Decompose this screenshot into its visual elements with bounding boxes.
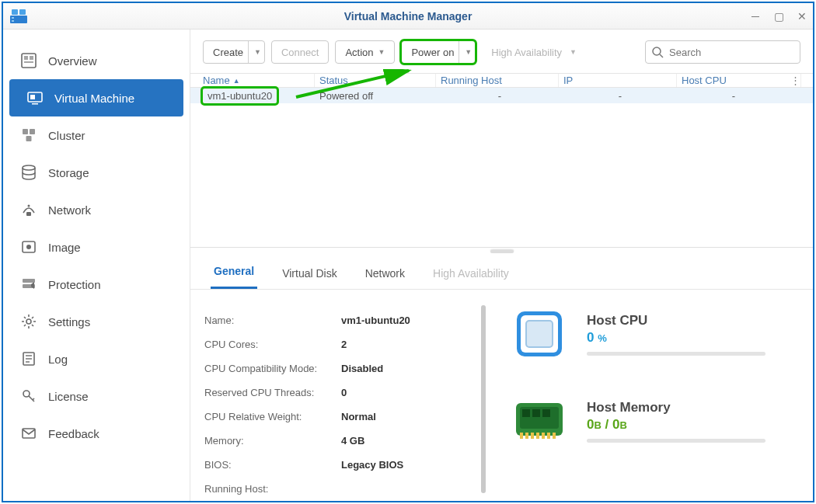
sidebar-label: Storage (48, 166, 89, 179)
svg-rect-36 (522, 409, 530, 417)
prop-rhost-key: Running Host: (204, 483, 341, 495)
chevron-down-icon: ▼ (459, 41, 472, 63)
sidebar-item-storage[interactable]: Storage (3, 154, 190, 191)
vm-rhost-cell: - (436, 90, 559, 102)
stat-host-cpu: Host CPU 0 % (512, 308, 797, 360)
details-panel: General Virtual Disk Network High Availa… (190, 247, 813, 501)
vm-hcpu-cell: - (677, 90, 786, 102)
svg-rect-41 (531, 433, 534, 439)
svg-rect-8 (24, 61, 33, 63)
log-icon (20, 350, 37, 367)
svg-point-22 (26, 319, 31, 324)
stat-cpu-title: Host CPU (587, 313, 765, 328)
gear-icon (20, 313, 37, 330)
svg-point-27 (23, 391, 30, 397)
sidebar-item-feedback[interactable]: Feedback (3, 415, 190, 452)
svg-rect-10 (30, 95, 35, 99)
sidebar-label: Feedback (48, 427, 99, 440)
svg-rect-39 (520, 433, 523, 439)
col-host-cpu[interactable]: Host CPU (677, 74, 786, 87)
prop-rthreads-val: 0 (341, 387, 347, 398)
prop-mem-key: Memory: (204, 435, 341, 447)
svg-rect-16 (26, 212, 31, 216)
svg-rect-4 (12, 20, 14, 22)
svg-rect-38 (542, 409, 550, 417)
sidebar-item-settings[interactable]: Settings (3, 303, 190, 340)
sidebar-label: Settings (48, 315, 90, 328)
svg-rect-11 (32, 103, 38, 105)
svg-rect-14 (26, 136, 32, 141)
vm-status-cell: Powered off (315, 90, 436, 102)
action-button[interactable]: Action▼ (335, 40, 395, 64)
high-availability-button[interactable]: High Availability▼ (482, 40, 586, 64)
sidebar-item-network[interactable]: Network (3, 191, 190, 228)
prop-compat-val: Disabled (341, 363, 383, 374)
prop-rweight-key: CPU Relative Weight: (204, 411, 341, 422)
toolbar: Create▼ Connect Action▼ Power on▼ High A… (190, 30, 813, 73)
col-running-host[interactable]: Running Host (436, 74, 559, 87)
svg-rect-12 (23, 129, 28, 134)
sidebar-item-license[interactable]: License (3, 377, 190, 415)
chevron-down-icon: ▼ (248, 41, 261, 63)
chevron-down-icon: ▼ (378, 48, 385, 56)
storage-icon (20, 164, 37, 181)
stat-cpu-bar (587, 352, 765, 356)
tab-general[interactable]: General (211, 265, 257, 289)
svg-rect-40 (525, 433, 528, 439)
cluster-icon (20, 127, 37, 144)
detail-properties: Name:vm1-ubuntu20 CPU Cores:2 CPU Compat… (190, 290, 486, 501)
prop-mem-val: 4 GB (341, 435, 364, 447)
search-box (645, 40, 800, 64)
tab-high-availability: High Availability (430, 267, 512, 289)
memory-icon (512, 395, 567, 447)
svg-rect-33 (526, 321, 553, 347)
connect-button[interactable]: Connect (271, 40, 329, 64)
sidebar-label: Network (48, 203, 91, 217)
sidebar-item-overview[interactable]: Overview (3, 42, 190, 79)
svg-point-15 (23, 165, 35, 170)
sidebar-label: Protection (48, 278, 101, 291)
stat-mem-bar (587, 439, 765, 443)
power-on-button[interactable]: Power on▼ (401, 40, 476, 64)
vm-icon (26, 89, 44, 106)
svg-rect-20 (23, 279, 35, 283)
sidebar-item-log[interactable]: Log (3, 340, 190, 377)
sidebar-item-protection[interactable]: Protection (3, 266, 190, 303)
envelope-icon (20, 425, 37, 442)
window-title: Virtual Machine Manager (344, 10, 473, 23)
stat-host-memory: Host Memory 0B / 0B (512, 395, 797, 447)
cpu-icon (512, 308, 567, 360)
search-input[interactable] (645, 40, 800, 64)
sidebar-item-cluster[interactable]: Cluster (3, 116, 190, 154)
tab-network[interactable]: Network (362, 267, 408, 289)
prop-rweight-val: Normal (341, 411, 376, 422)
svg-rect-45 (553, 433, 556, 439)
svg-rect-6 (24, 56, 28, 60)
col-name[interactable]: Name▲ (198, 74, 315, 87)
svg-rect-44 (547, 433, 550, 439)
col-more-icon[interactable]: ⋮ (786, 74, 801, 87)
vm-ip-cell: - (559, 90, 677, 102)
create-button[interactable]: Create▼ (203, 40, 265, 64)
maximize-button[interactable]: ▢ (772, 10, 785, 23)
col-ip[interactable]: IP (559, 74, 677, 87)
sidebar-item-image[interactable]: Image (3, 228, 190, 266)
stat-mem-value: 0B / 0B (587, 417, 765, 433)
sidebar-item-virtual-machine[interactable]: Virtual Machine (9, 79, 183, 116)
minimize-button[interactable]: ─ (749, 10, 762, 23)
image-icon (20, 238, 37, 255)
chevron-down-icon: ▼ (570, 48, 577, 56)
close-button[interactable]: ✕ (796, 10, 808, 23)
svg-rect-1 (12, 9, 18, 15)
table-header: Name▲ Status Running Host IP Host CPU ⋮ (190, 73, 813, 88)
tab-virtual-disk[interactable]: Virtual Disk (279, 267, 340, 289)
network-icon (20, 201, 37, 218)
svg-point-29 (653, 47, 661, 55)
protection-icon (20, 276, 37, 293)
col-status[interactable]: Status (315, 74, 436, 87)
panel-gripper[interactable] (190, 248, 813, 255)
prop-rthreads-key: Reserved CPU Threads: (204, 387, 341, 398)
prop-cores-key: CPU Cores: (204, 339, 341, 350)
sidebar-label: Cluster (48, 129, 85, 142)
table-row[interactable]: vm1-ubuntu20 Powered off - - - (190, 88, 813, 103)
